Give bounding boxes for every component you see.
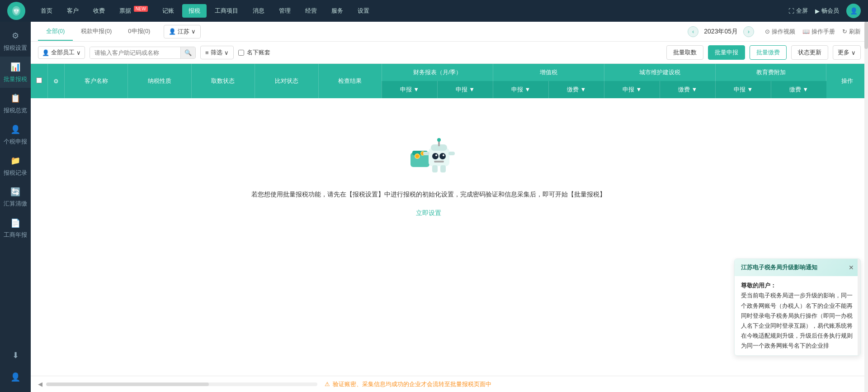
sidebar-item-personal-tax[interactable]: 👤 个税申报: [0, 119, 31, 150]
nav-fee[interactable]: 收费: [87, 4, 111, 18]
accounts-checkbox[interactable]: [238, 50, 244, 56]
batch-fetch-button[interactable]: 批量取数: [666, 45, 703, 60]
warning-icon: ⚠: [325, 381, 330, 387]
app-logo[interactable]: [7, 2, 25, 20]
top-right-actions: ⛶ 全屏 ▶ 畅会员 👤: [788, 4, 861, 18]
batch-declare-button[interactable]: 批量申报: [708, 45, 745, 60]
filter-chevron: ∨: [224, 49, 229, 56]
sidebar: ⚙ 报税设置 📊 批量报税 📋 报税总览 👤 个税申报 📁 报税记录 🔄 汇算清…: [0, 22, 31, 392]
download-icon: ⬇: [9, 349, 22, 362]
accounts-checkbox-label[interactable]: 名下账套: [238, 48, 270, 57]
tax-records-icon: 📁: [9, 155, 22, 167]
right-actions: ⊙ 操作视频 📖 操作手册 ↻ 刷新: [765, 28, 861, 36]
nav-bookkeeping[interactable]: 记账: [156, 4, 180, 18]
th-compare-status: 比对状态: [255, 64, 318, 98]
tab-tax-declare[interactable]: 税款申报(0): [73, 23, 120, 41]
employee-icon: 👤: [42, 49, 49, 56]
svg-point-1: [14, 10, 16, 11]
sidebar-item-tax-records[interactable]: 📁 报税记录: [0, 150, 31, 182]
sidebar-item-batch-tax[interactable]: 📊 批量报税: [0, 57, 31, 88]
video-link[interactable]: ⊙ 操作视频: [765, 28, 795, 36]
th-checkbox: [31, 64, 48, 98]
manual-link[interactable]: 📖 操作手册: [802, 28, 835, 36]
annual-report-icon: 📄: [9, 217, 22, 229]
nav-customer[interactable]: 客户: [61, 4, 85, 18]
tab-zero-declare[interactable]: 0申报(0): [120, 23, 158, 41]
settlement-icon: 🔄: [9, 186, 22, 198]
empty-state: 若您想使用批量报税功能，请先在【报税设置】中进行报税的初始化设置，完成密码验证和…: [31, 98, 826, 244]
notification-body: 尊敬的用户： 受当前电子税务局进一步升级的影响，同一个政务网账号（办税人）名下的…: [735, 276, 860, 355]
th-vat-declare: 申报 ▼: [493, 81, 549, 98]
svg-point-13: [435, 154, 437, 156]
th-financial-declare: 申报 ▼: [382, 81, 437, 98]
nav-home[interactable]: 首页: [34, 4, 59, 18]
search-button[interactable]: 🔍: [180, 47, 195, 58]
footer-warning: ⚠ 验证账密、采集信息均成功的企业才会流转至批量报税页面中: [325, 380, 491, 388]
page-scrollbar[interactable]: [864, 22, 868, 392]
region-icon: 👤: [169, 28, 176, 35]
region-selector[interactable]: 👤 江苏 ∨: [164, 25, 201, 38]
empty-message: 若您想使用批量报税功能，请先在【报税设置】中进行报税的初始化设置，完成密码验证和…: [251, 189, 606, 200]
svg-point-6: [415, 154, 419, 158]
nav-business[interactable]: 工商项目: [208, 4, 245, 18]
notification-scrollbar[interactable]: [858, 259, 860, 355]
nav-settings[interactable]: 设置: [351, 4, 376, 18]
svg-point-12: [439, 153, 446, 159]
tab-all[interactable]: 全部(0): [38, 23, 73, 41]
member-icon: ▶: [815, 8, 820, 14]
nav-service[interactable]: 服务: [325, 4, 349, 18]
notification-close-button[interactable]: ✕: [849, 264, 854, 271]
prev-month-button[interactable]: ‹: [688, 26, 698, 37]
scroll-left-arrow[interactable]: ◀: [38, 381, 42, 387]
sidebar-item-tax-overview[interactable]: 📋 报税总览: [0, 88, 31, 119]
employee-select[interactable]: 👤 全部员工 ∨: [38, 46, 85, 59]
select-all-checkbox[interactable]: [36, 77, 42, 83]
batch-pay-button[interactable]: 批量缴费: [750, 45, 787, 60]
svg-point-17: [437, 138, 441, 142]
status-update-button[interactable]: 状态更新: [791, 45, 828, 60]
svg-rect-21: [440, 165, 446, 172]
top-navigation: 首页 客户 收费 票据 NEW 记账 报税 工商项目 消息 管理 经营 服务 设…: [0, 0, 868, 22]
tax-overview-icon: 📋: [9, 92, 22, 105]
th-urban-pay: 缴费 ▼: [660, 81, 716, 98]
nav-operations[interactable]: 经营: [299, 4, 323, 18]
th-gear: ⚙: [48, 64, 65, 98]
setup-link[interactable]: 立即设置: [416, 209, 441, 217]
nav-items: 首页 客户 收费 票据 NEW 记账 报税 工商项目 消息 管理 经营 服务 设…: [34, 4, 788, 18]
sidebar-bottom: ⬇ 👤: [0, 345, 31, 388]
notification-title: 江苏电子税务局升级影响通知: [741, 263, 817, 272]
date-navigation: ‹ 2023年05月 ›: [688, 26, 754, 37]
tabs-bar: 全部(0) 税款申报(0) 0申报(0) 👤 江苏 ∨ ‹ 2023年05月 ›…: [31, 22, 868, 42]
th-financial-report: 财务报表（月/季）: [382, 64, 493, 81]
th-operation: 操作: [826, 64, 868, 98]
nav-management[interactable]: 管理: [273, 4, 297, 18]
batch-tax-icon: 📊: [9, 61, 22, 74]
search-input[interactable]: [90, 47, 180, 58]
th-vat: 增值税: [493, 64, 604, 81]
more-button[interactable]: 更多 ∨: [833, 45, 861, 60]
sidebar-download[interactable]: ⬇: [0, 345, 31, 367]
member-button[interactable]: ▶ 畅会员: [815, 7, 839, 15]
nav-ticket[interactable]: 票据 NEW: [113, 4, 154, 18]
sidebar-user[interactable]: 👤: [0, 367, 31, 388]
svg-rect-20: [432, 165, 438, 172]
next-month-button[interactable]: ›: [743, 26, 754, 37]
tax-settings-icon: ⚙: [9, 30, 22, 43]
refresh-button[interactable]: ↻ 刷新: [842, 28, 861, 36]
sidebar-item-annual-report[interactable]: 📄 工商年报: [0, 212, 31, 244]
filter-button[interactable]: ≡ 筛选 ∨: [200, 46, 234, 59]
sidebar-item-settlement[interactable]: 🔄 汇算清缴: [0, 181, 31, 212]
nav-message[interactable]: 消息: [246, 4, 271, 18]
fullscreen-button[interactable]: ⛶ 全屏: [788, 7, 808, 15]
avatar[interactable]: 👤: [846, 4, 861, 18]
search-wrap: 🔍: [90, 47, 196, 59]
user-icon: 👤: [9, 371, 22, 384]
horizontal-scrollbar[interactable]: [46, 382, 317, 386]
sidebar-item-tax-settings[interactable]: ⚙ 报税设置: [0, 25, 31, 57]
chevron-down-icon: ∨: [191, 28, 196, 35]
th-edu-declare: 申报 ▼: [716, 81, 771, 98]
th-fetch-status: 取数状态: [191, 64, 255, 98]
nav-tax[interactable]: 报税: [182, 4, 207, 18]
th-check-result: 检查结果: [318, 64, 382, 98]
fullscreen-icon: ⛶: [788, 8, 794, 14]
